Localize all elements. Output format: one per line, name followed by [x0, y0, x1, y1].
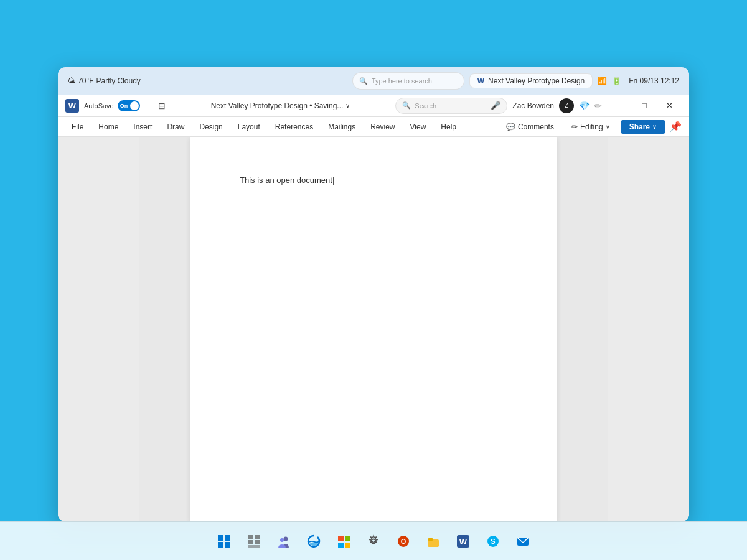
- search-icon-word: 🔍: [402, 101, 411, 110]
- taskbar-search[interactable]: 🔍 Type here to search: [352, 72, 464, 90]
- main-window: 🌤 70°F Partly Cloudy 🔍 Type here to sear…: [58, 67, 689, 521]
- editing-button[interactable]: ✏ Editing ∨: [565, 120, 617, 134]
- edit-icon: ✏: [571, 123, 578, 131]
- svg-rect-19: [345, 536, 350, 541]
- svg-rect-21: [345, 543, 350, 548]
- ribbon-draw[interactable]: Draw: [161, 120, 190, 134]
- share-chevron: ∨: [652, 124, 657, 130]
- store-icon: [337, 534, 350, 548]
- doc-page[interactable]: This is an open document: [190, 137, 557, 521]
- taskbar-center: 🔍 Type here to search W Next Valley Prot…: [352, 72, 593, 90]
- svg-rect-7: [218, 535, 223, 541]
- svg-rect-20: [338, 543, 344, 548]
- word-search[interactable]: 🔍 Search 🎤: [395, 98, 507, 114]
- teams-icon: [277, 534, 291, 548]
- doc-content[interactable]: This is an open document: [240, 175, 334, 185]
- taskbar-word[interactable]: W: [449, 528, 477, 555]
- taskbar-teams[interactable]: [270, 528, 298, 555]
- pin-icon: 📌: [669, 121, 682, 133]
- autosave-area: AutoSave: [84, 100, 140, 111]
- svg-rect-12: [255, 535, 260, 539]
- taskbar-task-view[interactable]: [240, 528, 268, 555]
- close-button[interactable]: ✕: [657, 96, 682, 115]
- word-search-placeholder: Search: [415, 102, 436, 110]
- user-area: Zac Bowden Z: [512, 98, 574, 113]
- svg-rect-15: [248, 545, 260, 548]
- word-logo-icon: W: [65, 99, 79, 113]
- wifi-icon: 📶: [598, 77, 607, 85]
- taskbar-file-explorer[interactable]: [420, 528, 447, 555]
- taskbar-mail[interactable]: [509, 528, 537, 555]
- svg-rect-11: [248, 535, 253, 539]
- share-button[interactable]: Share ∨: [621, 120, 665, 134]
- comments-label: Comments: [518, 123, 554, 131]
- ribbon-home[interactable]: Home: [92, 120, 125, 134]
- user-avatar[interactable]: Z: [559, 98, 574, 113]
- active-app-tab[interactable]: W Next Valley Prototype Design: [469, 73, 593, 88]
- doc-title-text: Next Valley Prototype Design • Saving...: [211, 101, 344, 110]
- doc-sidebar-left: [58, 137, 139, 521]
- ribbon-menu: File Home Insert Draw Design Layout Refe…: [58, 117, 689, 137]
- word-taskbar-icon: W: [456, 534, 470, 548]
- svg-rect-9: [218, 542, 223, 548]
- mic-icon: 🎤: [491, 101, 500, 110]
- ribbon-design[interactable]: Design: [193, 120, 228, 134]
- system-icons: 📶 🔋: [598, 77, 621, 85]
- editing-chevron: ∨: [606, 124, 610, 130]
- svg-point-17: [280, 538, 284, 542]
- file-explorer-icon: [426, 534, 440, 548]
- ribbon-icon-1: 💎: [579, 101, 590, 111]
- search-placeholder: Type here to search: [372, 77, 432, 85]
- word-titlebar: W AutoSave ⊟ Next Valley Prototype Desig…: [58, 95, 689, 117]
- ribbon-layout[interactable]: Layout: [232, 120, 266, 134]
- svg-rect-8: [225, 535, 230, 541]
- mail-icon: [516, 534, 530, 548]
- svg-rect-10: [225, 542, 230, 548]
- ribbon-references[interactable]: References: [269, 120, 319, 134]
- doc-title-chevron: ∨: [345, 102, 350, 109]
- pen-icon: ✏: [594, 101, 602, 111]
- active-tab-label: Next Valley Prototype Design: [488, 77, 585, 85]
- user-name: Zac Bowden: [512, 101, 554, 110]
- taskbar-left: 🌤 70°F Partly Cloudy: [68, 77, 347, 85]
- ribbon-insert[interactable]: Insert: [127, 120, 158, 134]
- svg-rect-26: [428, 538, 433, 541]
- taskbar-store[interactable]: [330, 528, 357, 555]
- skype-icon: S: [486, 534, 500, 548]
- document-body: This is an open document: [58, 137, 689, 521]
- svg-point-16: [284, 536, 288, 541]
- ribbon-review[interactable]: Review: [364, 120, 401, 134]
- ribbon-help[interactable]: Help: [435, 120, 463, 134]
- svg-rect-18: [338, 536, 344, 541]
- comments-button[interactable]: 💬 Comments: [499, 120, 561, 134]
- ribbon-view[interactable]: View: [404, 120, 433, 134]
- ribbon-file[interactable]: File: [65, 120, 90, 134]
- weather-condition: Partly Cloudy: [96, 77, 140, 85]
- user-initial: Z: [565, 102, 568, 109]
- autosave-label: AutoSave: [84, 102, 114, 110]
- word-window: W AutoSave ⊟ Next Valley Prototype Desig…: [58, 95, 689, 521]
- weather-temp: 70°F: [78, 77, 93, 85]
- maximize-button[interactable]: □: [632, 96, 657, 115]
- taskbar-edge[interactable]: [300, 528, 327, 555]
- taskbar-right: 📶 🔋 Fri 09/13 12:12: [598, 77, 679, 85]
- divider: [149, 100, 149, 112]
- svg-text:S: S: [491, 538, 495, 545]
- desktop: 🌤 70°F Partly Cloudy 🔍 Type here to sear…: [0, 0, 747, 560]
- word-doc-title: Next Valley Prototype Design • Saving...…: [171, 101, 391, 110]
- ribbon-mailings[interactable]: Mailings: [322, 120, 362, 134]
- doc-sidebar-right: [608, 137, 689, 521]
- taskbar-office[interactable]: O: [390, 528, 417, 555]
- weather-icon: 🌤: [68, 77, 75, 85]
- taskbar-settings[interactable]: [360, 528, 387, 555]
- svg-text:W: W: [459, 537, 467, 546]
- weather-widget: 🌤 70°F Partly Cloudy: [68, 77, 141, 85]
- autosave-toggle[interactable]: [118, 100, 140, 111]
- taskbar-skype[interactable]: S: [479, 528, 507, 555]
- comment-icon: 💬: [506, 123, 515, 131]
- edge-icon: [307, 534, 321, 548]
- taskbar-start-button[interactable]: [210, 528, 238, 555]
- minimize-button[interactable]: —: [607, 96, 632, 115]
- share-label: Share: [629, 123, 650, 131]
- doc-page-area[interactable]: This is an open document: [139, 137, 608, 521]
